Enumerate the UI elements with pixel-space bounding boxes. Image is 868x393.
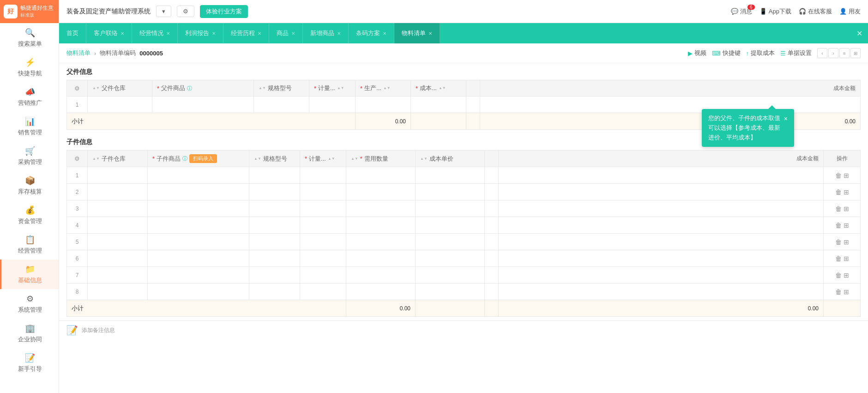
parent-row-1-unit[interactable]: [309, 97, 356, 113]
tooltip-close-btn[interactable]: ×: [784, 114, 788, 124]
nav-prev-btn[interactable]: ‹: [817, 48, 827, 58]
tab-close-2[interactable]: ✕: [166, 31, 170, 36]
copy-icon-7[interactable]: ⊞: [844, 272, 849, 279]
child-row-5-warehouse[interactable]: [88, 234, 148, 250]
nav-tab-0[interactable]: 首页: [59, 23, 86, 43]
dropdown-arrow-btn[interactable]: ▾: [156, 6, 171, 17]
child-row-4-spec[interactable]: [249, 217, 300, 234]
child-row-7-product[interactable]: [148, 267, 249, 284]
nav-tab-5[interactable]: 商品✕: [269, 23, 303, 43]
scan-input-btn[interactable]: 扫码录入: [189, 154, 217, 163]
child-row-4-product[interactable]: [148, 217, 249, 234]
sidebar-item-basic-info[interactable]: 📁基础信息: [0, 260, 59, 289]
delete-icon-4[interactable]: 🗑: [835, 222, 842, 229]
child-row-8-warehouse[interactable]: [88, 284, 148, 300]
nav-tab-4[interactable]: 经营历程✕: [223, 23, 269, 43]
child-row-1-spec[interactable]: [249, 167, 300, 184]
child-row-8-unit[interactable]: [300, 284, 346, 300]
tab-close-5[interactable]: ✕: [291, 31, 295, 36]
child-row-1-qty[interactable]: [346, 167, 416, 184]
message-btn[interactable]: 💬 消息 6: [731, 7, 752, 16]
child-row-3-spec[interactable]: [249, 200, 300, 217]
child-row-2-spec[interactable]: [249, 184, 300, 200]
child-row-2-cost-amount[interactable]: [499, 184, 824, 200]
sidebar-item-sales[interactable]: 📊销售管理: [0, 112, 59, 141]
sidebar-item-purchase[interactable]: 🛒采购管理: [0, 141, 59, 171]
parent-row-1-warehouse[interactable]: [88, 97, 152, 113]
child-row-3-warehouse[interactable]: [88, 200, 148, 217]
nav-tab-7[interactable]: 条码方案✕: [349, 23, 394, 43]
child-row-4-warehouse[interactable]: [88, 217, 148, 234]
child-settings-gear-icon[interactable]: ⚙: [72, 155, 83, 162]
trial-btn[interactable]: 体验行业方案: [200, 5, 248, 18]
child-row-2-unit[interactable]: [300, 184, 346, 200]
tab-close-8[interactable]: ✕: [428, 31, 432, 36]
copy-icon-1[interactable]: ⊞: [844, 172, 849, 179]
child-row-6-unit[interactable]: [300, 250, 346, 267]
child-row-5-qty[interactable]: [346, 234, 416, 250]
delete-icon-1[interactable]: 🗑: [835, 172, 842, 179]
tab-close-6[interactable]: ✕: [337, 31, 341, 36]
child-row-3-cost-amount[interactable]: [499, 200, 824, 217]
nav-tab-1[interactable]: 客户联络✕: [86, 23, 132, 43]
child-row-7-qty[interactable]: [346, 267, 416, 284]
child-row-6-unit-cost[interactable]: [416, 250, 485, 267]
child-row-2-product[interactable]: [148, 184, 249, 200]
tab-close-3[interactable]: ✕: [212, 31, 216, 36]
child-row-7-unit[interactable]: [300, 267, 346, 284]
child-row-6-cost-amount[interactable]: [499, 250, 824, 267]
child-row-4-cost-amount[interactable]: [499, 217, 824, 234]
online-service-btn[interactable]: 🎧 在线客服: [799, 7, 832, 16]
child-row-4-qty[interactable]: [346, 217, 416, 234]
delete-icon-5[interactable]: 🗑: [835, 238, 842, 246]
sidebar-item-system[interactable]: ⚙系统管理: [0, 289, 59, 319]
copy-icon-2[interactable]: ⊞: [844, 188, 849, 196]
parent-row-1-cost-amount[interactable]: [480, 97, 861, 113]
child-row-6-product[interactable]: [148, 250, 249, 267]
sidebar-item-inventory[interactable]: 📦库存核算: [0, 171, 59, 200]
copy-icon-4[interactable]: ⊞: [844, 222, 849, 229]
single-settings-btn[interactable]: ☰ 单据设置: [780, 49, 812, 57]
child-row-6-warehouse[interactable]: [88, 250, 148, 267]
sidebar-item-quick-nav[interactable]: ⚡快捷导航: [0, 53, 59, 82]
child-row-4-unit[interactable]: [300, 217, 346, 234]
child-row-8-qty[interactable]: [346, 284, 416, 300]
child-row-3-product[interactable]: [148, 200, 249, 217]
child-row-5-cost-amount[interactable]: [499, 234, 824, 250]
extract-cost-btn[interactable]: ↑ 提取成本: [746, 49, 775, 57]
child-row-1-cost-amount[interactable]: [499, 167, 824, 184]
delete-icon-6[interactable]: 🗑: [835, 255, 842, 262]
breadcrumb-link[interactable]: 物料清单: [66, 49, 90, 57]
sidebar-item-marketing[interactable]: 📣营销推广: [0, 82, 59, 112]
tab-close-1[interactable]: ✕: [121, 31, 124, 36]
child-row-6-qty[interactable]: [346, 250, 416, 267]
sidebar-item-search[interactable]: 🔍搜索菜单: [0, 23, 59, 53]
parent-row-1-cost[interactable]: [411, 97, 466, 113]
parent-row-1-spec[interactable]: [254, 97, 309, 113]
child-row-3-unit[interactable]: [300, 200, 346, 217]
child-row-4-unit-cost[interactable]: [416, 217, 485, 234]
delete-icon-7[interactable]: 🗑: [835, 272, 842, 279]
child-row-1-product[interactable]: [148, 167, 249, 184]
sidebar-item-finance[interactable]: 💰资金管理: [0, 200, 59, 230]
tab-close-7[interactable]: ✕: [383, 31, 386, 36]
settings-gear-icon[interactable]: ⚙: [72, 85, 83, 92]
child-row-7-unit-cost[interactable]: [416, 267, 485, 284]
child-row-8-cost-amount[interactable]: [499, 284, 824, 300]
user-btn[interactable]: 👤 用友: [839, 7, 861, 16]
settings-btn[interactable]: ⚙: [177, 6, 194, 17]
nav-tab-8[interactable]: 物料清单✕: [394, 23, 440, 43]
delete-icon-8[interactable]: 🗑: [835, 288, 842, 296]
video-btn[interactable]: ▶ 视频: [688, 49, 706, 57]
tab-close-4[interactable]: ✕: [258, 31, 261, 36]
nav-next-btn[interactable]: ›: [828, 48, 838, 58]
child-row-2-qty[interactable]: [346, 184, 416, 200]
sidebar-item-guide[interactable]: 📝新手引导: [0, 348, 59, 378]
child-row-2-unit-cost[interactable]: [416, 184, 485, 200]
nav-expand-btn[interactable]: ⊞: [850, 48, 861, 58]
nav-tab-6[interactable]: 新增商品✕: [303, 23, 349, 43]
nav-tab-3[interactable]: 利润报告✕: [178, 23, 223, 43]
child-row-3-qty[interactable]: [346, 200, 416, 217]
copy-icon-6[interactable]: ⊞: [844, 255, 849, 262]
add-note-icon[interactable]: 📝: [66, 325, 78, 336]
